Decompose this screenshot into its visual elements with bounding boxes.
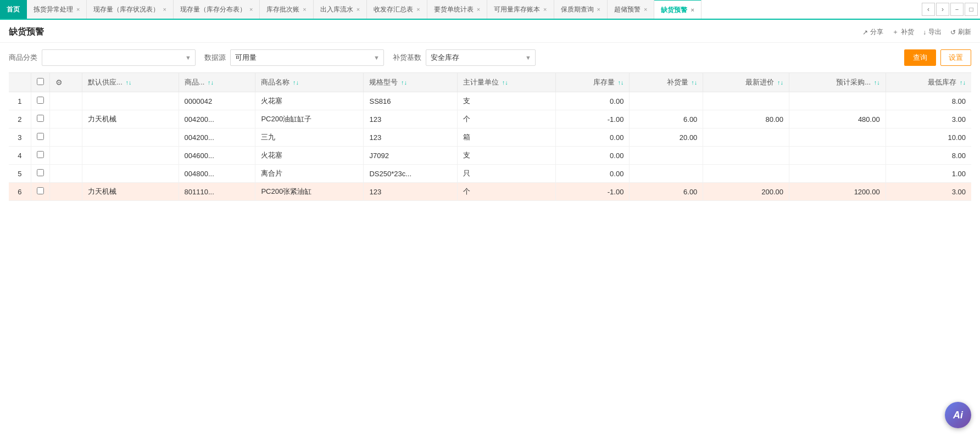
cell-unit: 支 [458, 147, 556, 165]
cell-gear [49, 110, 82, 128]
table-row: 3004200...三九123箱0.0020.0010.00 [9, 128, 971, 147]
cell-no: 6 [9, 183, 31, 201]
cell-stock: -1.00 [556, 183, 630, 201]
cell-minstock: 3.00 [886, 183, 971, 201]
tab-close-inout-flow[interactable]: × [357, 6, 360, 13]
header-actions: ↗ 分享 ＋ 补货 ↓ 导出 ↺ 刷新 [862, 27, 971, 37]
share-button[interactable]: ↗ 分享 [862, 27, 883, 37]
col-header-minstock[interactable]: 最低库存 ↑↓ [886, 73, 971, 92]
category-select-wrapper: ▼ [42, 49, 196, 66]
filter-bar: 商品分类 ▼ 数据源 可用量 ▼ 补货基数 安全库存 [0, 43, 980, 72]
tab-demand-stats[interactable]: 要货单统计表× [427, 0, 487, 19]
tab-minimize-button[interactable]: － [950, 3, 964, 16]
cell-name: 三九 [255, 128, 364, 147]
tab-stock-status[interactable]: 现存量（库存状况表）× [87, 0, 173, 19]
name-sort-icon: ↑↓ [293, 79, 299, 86]
col-header-name[interactable]: 商品名称 ↑↓ [255, 73, 364, 92]
tab-shortage[interactable]: 缺货预警× [654, 0, 701, 19]
tab-expiry-query[interactable]: 保质期查询× [554, 0, 608, 19]
tab-maximize-button[interactable]: □ [965, 3, 978, 16]
cell-name: 火花塞 [255, 147, 364, 165]
datasource-select[interactable]: 可用量 [230, 49, 384, 66]
tab-available-ledger[interactable]: 可用量库存账本× [487, 0, 554, 19]
cell-no: 4 [9, 147, 31, 165]
col-header-replenish[interactable]: 补货量 ↑↓ [630, 73, 703, 92]
replenish-base-select-wrapper: 安全库存 ▼ [426, 49, 536, 66]
gear-icon[interactable]: ⚙ [55, 78, 63, 87]
tab-next-button[interactable]: › [936, 3, 949, 16]
settings-button[interactable]: 设置 [940, 49, 971, 66]
col-header-price[interactable]: 最新进价 ↑↓ [703, 73, 789, 92]
datasource-filter-item: 数据源 可用量 ▼ [204, 49, 384, 66]
col-header-unit[interactable]: 主计量单位 ↑↓ [458, 73, 556, 92]
tab-label-available-ledger: 可用量库存账本 [494, 5, 540, 14]
replenish-button[interactable]: ＋ 补货 [892, 27, 914, 37]
table-header-row: ⚙ 默认供应... ↑↓ 商品... ↑↓ 商品名称 ↑↓ [9, 73, 971, 92]
row-checkbox[interactable] [37, 115, 44, 122]
row-checkbox[interactable] [37, 169, 44, 176]
col-header-estimate[interactable]: 预计采购... ↑↓ [789, 73, 886, 92]
cell-minstock: 8.00 [886, 92, 971, 110]
tab-close-stock-dist[interactable]: × [249, 6, 253, 13]
tab-stock-dist[interactable]: 现存量（库存分布表）× [174, 0, 260, 19]
export-icon: ↓ [923, 29, 926, 36]
cell-minstock: 10.00 [886, 128, 971, 147]
select-all-checkbox[interactable] [37, 78, 44, 85]
tab-exception[interactable]: 拣货异常处理× [27, 0, 87, 19]
tab-close-receive-summary[interactable]: × [416, 6, 420, 13]
col-header-code[interactable]: 商品... ↑↓ [179, 73, 255, 92]
row-checkbox[interactable] [37, 187, 44, 194]
cell-no: 3 [9, 128, 31, 147]
cell-unit: 箱 [458, 128, 556, 147]
cell-stock: -1.00 [556, 110, 630, 128]
cell-check [31, 165, 49, 183]
export-button[interactable]: ↓ 导出 [923, 27, 942, 37]
tab-close-demand-stats[interactable]: × [477, 6, 480, 13]
tab-close-expiry-query[interactable]: × [597, 6, 600, 13]
page-content: 缺货预警 ↗ 分享 ＋ 补货 ↓ 导出 ↺ 刷新 商品分类 [0, 20, 980, 437]
ai-assistant-button[interactable]: Ai [945, 402, 971, 428]
tab-close-overstock[interactable]: × [644, 6, 647, 13]
tab-close-exception[interactable]: × [76, 6, 80, 13]
query-button[interactable]: 查询 [904, 49, 936, 66]
cell-estimate [789, 92, 886, 110]
refresh-button[interactable]: ↺ 刷新 [950, 27, 971, 37]
cell-check [31, 110, 49, 128]
tab-label-stock-status: 现存量（库存状况表） [93, 5, 159, 14]
cell-price [703, 92, 789, 110]
col-header-spec[interactable]: 规格型号 ↑↓ [364, 73, 458, 92]
cell-code: 801110... [179, 183, 255, 201]
row-checkbox[interactable] [37, 133, 44, 140]
tab-prev-button[interactable]: ‹ [922, 3, 935, 16]
stock-sort-icon: ↑↓ [617, 79, 623, 86]
col-header-no [9, 73, 31, 92]
replenish-base-select[interactable]: 安全库存 [426, 49, 536, 66]
category-label: 商品分类 [9, 53, 37, 63]
cell-supplier [82, 128, 179, 147]
tab-close-shortage[interactable]: × [691, 7, 694, 13]
row-checkbox[interactable] [37, 151, 44, 158]
cell-estimate [789, 165, 886, 183]
cell-code: 0000042 [179, 92, 255, 110]
category-select[interactable] [42, 49, 196, 66]
col-header-stock[interactable]: 库存量 ↑↓ [556, 73, 630, 92]
cell-code: 004800... [179, 165, 255, 183]
col-header-supplier[interactable]: 默认供应... ↑↓ [82, 73, 179, 92]
tab-close-available-ledger[interactable]: × [543, 6, 547, 13]
cell-gear [49, 147, 82, 165]
row-checkbox[interactable] [37, 97, 44, 104]
tab-inout-flow[interactable]: 出入库流水× [314, 0, 367, 19]
tab-home[interactable]: 首页 [0, 0, 27, 19]
cell-check [31, 92, 49, 110]
tab-overstock[interactable]: 超储预警× [608, 0, 654, 19]
cell-spec: DS250*23c... [364, 165, 458, 183]
tab-close-batch-account[interactable]: × [303, 6, 306, 13]
cell-name: PC200油缸缸子 [255, 110, 364, 128]
tab-label-stock-dist: 现存量（库存分布表） [180, 5, 246, 14]
cell-minstock: 1.00 [886, 165, 971, 183]
cell-supplier [82, 92, 179, 110]
tab-receive-summary[interactable]: 收发存汇总表× [367, 0, 427, 19]
tab-batch-account[interactable]: 库存批次账× [260, 0, 313, 19]
tab-close-stock-status[interactable]: × [163, 6, 166, 13]
cell-spec: J7092 [364, 147, 458, 165]
